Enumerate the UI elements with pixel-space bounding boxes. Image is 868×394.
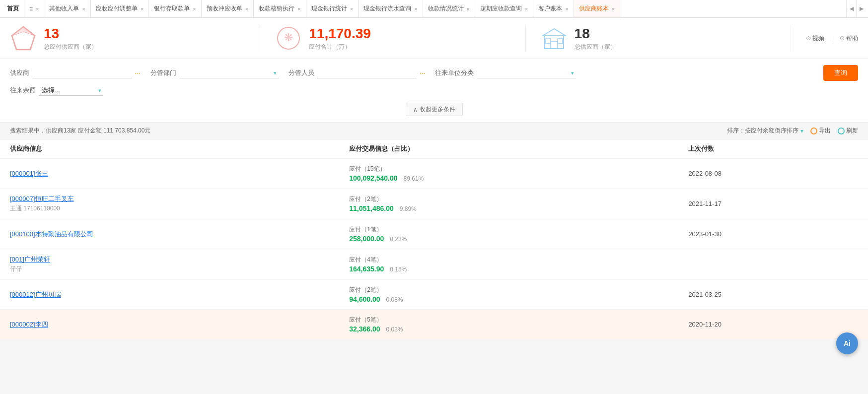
tx-amount: 164,635.90 bbox=[349, 265, 384, 273]
nav-tab-prepay-ar[interactable]: 预收冲应收单 × bbox=[202, 0, 254, 18]
tx-amount: 11,051,486.00 bbox=[349, 204, 394, 212]
nav-tab-overdue-ar[interactable]: 超期应收款查询 × bbox=[475, 0, 533, 18]
suppliers-payable-count: 13 bbox=[44, 25, 97, 42]
supplier-filter-label: 供应商 bbox=[10, 68, 29, 77]
close-icon[interactable]: × bbox=[467, 6, 470, 12]
person-filter-input[interactable] bbox=[317, 67, 417, 78]
tx-pct: 89.61% bbox=[404, 175, 424, 182]
chevron-down-icon: ▾ bbox=[800, 128, 803, 134]
refresh-button[interactable]: 刷新 bbox=[838, 127, 858, 135]
supplier-info-cell: [000007]恒旺二手叉车 王通 17106110000 bbox=[10, 195, 349, 213]
divider: | bbox=[831, 34, 833, 43]
balance-filter-group: 往来余额 选择... ▾ bbox=[10, 85, 103, 96]
close-icon[interactable]: × bbox=[414, 6, 417, 12]
query-button[interactable]: 查询 bbox=[823, 65, 858, 81]
nav-prev-button[interactable]: ◀ bbox=[846, 0, 856, 18]
tx-amount: 258,000.00 bbox=[349, 235, 384, 243]
close-icon[interactable]: × bbox=[36, 6, 39, 12]
nav-tab-cash-flow[interactable]: 现金银行流水查询 × bbox=[359, 0, 423, 18]
tx-pct: 0.03% bbox=[386, 326, 403, 333]
supplier-link[interactable]: [000007]恒旺二手叉车 bbox=[10, 195, 349, 203]
nav-tab-other-income[interactable]: 其他收入单 × bbox=[44, 0, 90, 18]
tx-pct: 9.89% bbox=[400, 205, 417, 212]
last-pay-date: 2021-11-17 bbox=[688, 200, 858, 207]
help-label: 帮助 bbox=[846, 34, 858, 43]
person-filter-more-icon[interactable]: ··· bbox=[420, 69, 426, 77]
supplier-table: 供应商信息 应付交易信息（占比） 上次付数 [000001]张三 应付（15笔）… bbox=[0, 139, 868, 339]
supplier-info-cell: [000001]张三 bbox=[10, 169, 349, 178]
nav-tab-home[interactable]: 首页 bbox=[2, 0, 24, 18]
svg-rect-10 bbox=[558, 39, 563, 44]
person-filter-label: 分管人员 bbox=[289, 68, 314, 77]
close-icon[interactable]: × bbox=[141, 6, 144, 12]
supplier-info-cell: [000002]李四 bbox=[10, 320, 349, 329]
nav-tab-receipt-stat[interactable]: 收款情况统计 × bbox=[423, 0, 475, 18]
refresh-icon bbox=[838, 128, 845, 134]
close-icon[interactable]: × bbox=[245, 6, 248, 12]
supplier-link[interactable]: [000100]本特勤油品有限公司 bbox=[10, 230, 349, 239]
dept-select-wrapper: ▾ bbox=[179, 67, 279, 78]
supplier-link[interactable]: [000001]张三 bbox=[10, 169, 349, 178]
nav-tab-ar-ap-adjust[interactable]: 应收应付调整单 × bbox=[91, 0, 149, 18]
nav-tab-cash-flow-label: 现金银行流水查询 bbox=[363, 4, 411, 13]
category-filter-select[interactable] bbox=[477, 67, 576, 78]
table-header: 供应商信息 应付交易信息（占比） 上次付数 bbox=[0, 139, 868, 159]
close-icon[interactable]: × bbox=[525, 6, 528, 12]
summary-card-suppliers-payable: 13 总应付供应商（家） bbox=[10, 25, 260, 52]
nav-tab-customer-ledger[interactable]: 客户账本 × bbox=[533, 0, 574, 18]
export-label: 导出 bbox=[819, 127, 831, 135]
balance-filter-select[interactable]: 选择... bbox=[39, 85, 103, 96]
person-filter-group: 分管人员 ··· bbox=[289, 67, 426, 78]
nav-tab-cash-bank-stat-label: 现金银行统计 bbox=[311, 4, 347, 13]
close-icon[interactable]: × bbox=[193, 6, 196, 12]
close-icon[interactable]: × bbox=[565, 6, 568, 12]
help-link[interactable]: ⊙ 帮助 bbox=[840, 34, 858, 43]
close-icon[interactable]: × bbox=[350, 6, 353, 12]
video-link[interactable]: ⊙ 视频 bbox=[806, 34, 824, 43]
supplier-info-cell: [000100]本特勤油品有限公司 bbox=[10, 230, 349, 239]
nav-tab-receipt-verify[interactable]: 收款核销执行 × bbox=[254, 0, 306, 18]
tx-label: 应付（15笔） bbox=[349, 165, 688, 173]
export-button[interactable]: 导出 bbox=[810, 127, 831, 135]
supplier-filter-more-icon[interactable]: ··· bbox=[135, 69, 141, 77]
tx-info-cell: 应付（2笔） 11,051,486.00 9.89% bbox=[349, 195, 688, 212]
tx-label: 应付（1笔） bbox=[349, 225, 688, 234]
nav-tab-cash-bank-stat[interactable]: 现金银行统计 × bbox=[306, 0, 359, 18]
nav-tab-bank-deposit[interactable]: 银行存取款单 × bbox=[149, 0, 201, 18]
tx-pct: 0.15% bbox=[390, 266, 407, 273]
tx-label: 应付（4笔） bbox=[349, 256, 688, 264]
category-filter-label: 往来单位分类 bbox=[435, 68, 474, 77]
col-header-tx: 应付交易信息（占比） bbox=[349, 144, 688, 153]
supplier-contact: 王通 17106110000 bbox=[10, 204, 349, 213]
nav-tab-supplier-ledger[interactable]: 供应商账本 × bbox=[574, 0, 620, 18]
supplier-link[interactable]: [001]广州荣轩 bbox=[10, 255, 349, 264]
close-icon[interactable]: × bbox=[297, 6, 300, 12]
last-pay-cell: 2022-08-08 bbox=[688, 170, 858, 177]
last-pay-date: 2022-08-08 bbox=[688, 170, 858, 177]
table-row: [000002]李四 应付（5笔） 32,366.00 0.03% 2020-1… bbox=[0, 310, 868, 339]
supplier-filter-group: 供应商 ··· bbox=[10, 67, 141, 78]
svg-marker-3 bbox=[12, 32, 35, 50]
nav-tab-menu-label: ≡ bbox=[29, 5, 33, 12]
tx-amount: 100,092,540.00 bbox=[349, 174, 397, 182]
dept-filter-select[interactable] bbox=[179, 67, 279, 78]
collapse-filter-button[interactable]: ∧ 收起更多条件 bbox=[406, 103, 463, 116]
last-pay-cell: 2020-11-20 bbox=[688, 321, 858, 328]
nav-next-button[interactable]: ▶ bbox=[856, 0, 866, 18]
tx-info-cell: 应付（2笔） 94,600.00 0.08% bbox=[349, 286, 688, 303]
supplier-link[interactable]: [000012]广州贝瑞 bbox=[10, 290, 349, 299]
collapse-filter-label: 收起更多条件 bbox=[420, 105, 455, 114]
supplier-link[interactable]: [000002]李四 bbox=[10, 320, 349, 329]
video-label: 视频 bbox=[812, 34, 824, 43]
close-icon[interactable]: × bbox=[82, 6, 85, 12]
suppliers-payable-info: 13 总应付供应商（家） bbox=[44, 25, 97, 52]
nav-tab-menu[interactable]: ≡ × bbox=[24, 0, 44, 18]
supplier-filter-input[interactable] bbox=[32, 67, 132, 78]
sort-dropdown[interactable]: 排序：按应付余额倒序排序 ▾ bbox=[727, 127, 803, 135]
chevron-up-icon: ∧ bbox=[413, 106, 418, 113]
nav-tab-home-label: 首页 bbox=[7, 4, 19, 13]
filter-row-1: 供应商 ··· 分管部门 ▾ 分管人员 ··· 往来单位分类 bbox=[10, 65, 858, 81]
close-icon[interactable]: × bbox=[612, 6, 615, 12]
suppliers-payable-label: 总应付供应商（家） bbox=[44, 43, 97, 51]
refresh-label: 刷新 bbox=[846, 127, 858, 135]
